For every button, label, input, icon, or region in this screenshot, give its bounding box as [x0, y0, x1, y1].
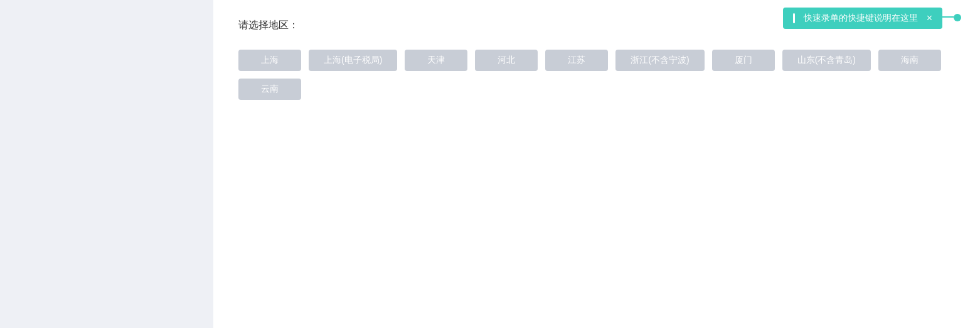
tooltip-dot: [954, 14, 961, 21]
region-button-group: 上海上海(电子税局)天津河北江苏浙江(不含宁波)厦门山东(不含青岛)海南云南: [238, 50, 955, 100]
left-sidebar: [0, 0, 213, 328]
tooltip-close-button[interactable]: ×: [927, 13, 932, 24]
region-btn-tianjin[interactable]: 天津: [405, 50, 467, 71]
region-btn-shanghai-etax[interactable]: 上海(电子税局): [309, 50, 397, 71]
region-btn-jiangsu[interactable]: 江苏: [545, 50, 608, 71]
region-btn-hebei[interactable]: 河北: [475, 50, 538, 71]
tooltip-line: [941, 16, 954, 18]
region-btn-xiamen[interactable]: 厦门: [712, 50, 775, 71]
tooltip-banner: 快速录单的快捷键说明在这里 ×: [783, 8, 942, 29]
region-btn-shandong[interactable]: 山东(不含青岛): [782, 50, 871, 71]
region-btn-yunnan[interactable]: 云南: [238, 79, 301, 100]
region-btn-zhejiang[interactable]: 浙江(不含宁波): [615, 50, 704, 71]
tooltip-text: 快速录单的快捷键说明在这里: [804, 13, 918, 24]
main-content: 请选择地区： 上海上海(电子税局)天津河北江苏浙江(不含宁波)厦门山东(不含青岛…: [213, 0, 980, 328]
region-btn-hainan[interactable]: 海南: [878, 50, 941, 71]
region-btn-shanghai[interactable]: 上海: [238, 50, 301, 71]
